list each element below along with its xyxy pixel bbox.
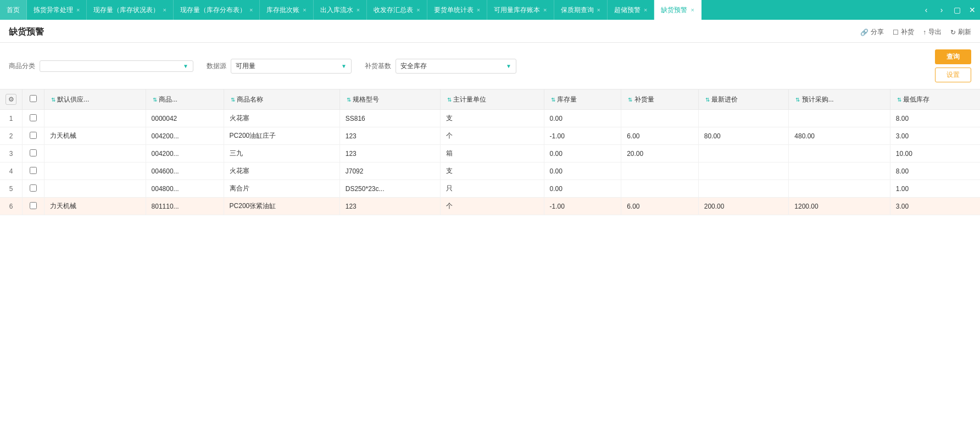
row-checkbox[interactable] <box>30 149 37 156</box>
row-index: 4 <box>0 163 23 180</box>
supplement-base-label: 补货基数 <box>365 61 391 71</box>
tab-close-expiry[interactable]: × <box>597 7 600 13</box>
tab-scroll-right[interactable]: › <box>934 0 949 20</box>
tab-stock-status[interactable]: 现存量（库存状况表） × <box>87 0 173 20</box>
tab-close-available[interactable]: × <box>543 7 547 13</box>
tab-restore[interactable]: ▢ <box>949 0 965 20</box>
tab-close-order-stat[interactable]: × <box>477 7 480 13</box>
tab-picking[interactable]: 拣货异常处理 × <box>27 0 87 20</box>
column-settings-icon[interactable]: ⚙ <box>5 94 16 105</box>
col-header-unit[interactable]: ⇅ 主计量单位 <box>441 89 544 110</box>
col-header-min-stock[interactable]: ⇅ 最低库存 <box>890 89 980 110</box>
row-checkbox-cell[interactable] <box>23 180 44 198</box>
cell-latest-price <box>698 110 789 127</box>
tab-close-shortage[interactable]: × <box>691 7 694 13</box>
filter-datasource-group: 数据源 可用量 ▼ <box>207 59 352 74</box>
col-header-estimated-purchase[interactable]: ⇅ 预计采购... <box>789 89 890 110</box>
cell-min-stock: 1.00 <box>890 180 980 198</box>
row-checkbox-cell[interactable] <box>23 110 44 127</box>
tab-close-recv-send[interactable]: × <box>416 7 420 13</box>
settings-button[interactable]: 设置 <box>935 68 971 82</box>
tab-scroll-left[interactable]: ‹ <box>918 0 934 20</box>
tab-inout-flow[interactable]: 出入库流水 × <box>314 0 367 20</box>
tab-close-overstock[interactable]: × <box>644 7 647 13</box>
table-row: 2 力天机械 004200... PC200油缸庄子 123 个 -1.00 6… <box>0 127 980 145</box>
row-checkbox[interactable] <box>30 167 37 174</box>
row-index: 6 <box>0 198 23 215</box>
tab-home[interactable]: 首页 <box>0 0 27 20</box>
col-header-latest-price[interactable]: ⇅ 最新进价 <box>698 89 789 110</box>
tab-overstock[interactable]: 超储预警 × <box>608 0 654 20</box>
tab-recv-send[interactable]: 收发存汇总表 × <box>367 0 427 20</box>
row-index: 2 <box>0 127 23 145</box>
cell-spec: 123 <box>339 145 440 163</box>
tab-shortage[interactable]: 缺货预警 × <box>654 0 701 20</box>
cell-latest-price <box>698 163 789 180</box>
row-checkbox[interactable] <box>30 132 37 139</box>
table-row: 1 0000042 火花塞 SS816 支 0.00 8.00 <box>0 110 980 127</box>
datasource-select[interactable]: 可用量 ▼ <box>231 59 352 74</box>
cell-supplier: 力天机械 <box>44 198 146 215</box>
tab-order-stat[interactable]: 要货单统计表 × <box>427 0 487 20</box>
estimated-purchase-sort-icon: ⇅ <box>795 97 800 103</box>
cell-product-code: 801110... <box>146 198 224 215</box>
cell-min-stock: 8.00 <box>890 110 980 127</box>
col-header-product-code[interactable]: ⇅ 商品... <box>146 89 224 110</box>
tab-close-inout-flow[interactable]: × <box>357 7 360 13</box>
tab-close-all[interactable]: ✕ <box>965 0 980 20</box>
share-button[interactable]: 🔗 分享 <box>860 27 884 37</box>
row-checkbox[interactable] <box>30 114 37 121</box>
cell-supplement-qty: 6.00 <box>621 127 699 145</box>
row-checkbox-cell[interactable] <box>23 198 44 215</box>
tab-stock-dist[interactable]: 现存量（库存分布表） × <box>174 0 260 20</box>
tab-close-picking[interactable]: × <box>76 7 80 13</box>
category-select[interactable]: ▼ <box>40 60 193 72</box>
row-checkbox-cell[interactable] <box>23 127 44 145</box>
cell-latest-price: 80.00 <box>698 127 789 145</box>
cell-unit: 个 <box>441 198 544 215</box>
select-all-checkbox[interactable] <box>30 95 37 102</box>
tab-close-stock-dist[interactable]: × <box>249 7 253 13</box>
col-header-spec[interactable]: ⇅ 规格型号 <box>339 89 440 110</box>
supplement-icon: ☐ <box>893 29 899 36</box>
export-button[interactable]: ↑ 导出 <box>923 27 942 37</box>
tab-expiry[interactable]: 保质期查询 × <box>554 0 608 20</box>
col-header-stock[interactable]: ⇅ 库存量 <box>544 89 621 110</box>
tab-close-batch[interactable]: × <box>303 7 306 13</box>
supplement-button[interactable]: ☐ 补货 <box>893 27 914 37</box>
col-header-supplement-qty[interactable]: ⇅ 补货量 <box>621 89 699 110</box>
supplement-base-value: 安全库存 <box>400 61 427 71</box>
cell-estimated-purchase <box>789 110 890 127</box>
cell-supplier <box>44 163 146 180</box>
col-header-product-name[interactable]: ⇅ 商品名称 <box>224 89 339 110</box>
cell-stock: -1.00 <box>544 127 621 145</box>
row-checkbox-cell[interactable] <box>23 145 44 163</box>
col-header-supplier[interactable]: ⇅ 默认供应... <box>44 89 146 110</box>
cell-unit: 只 <box>441 180 544 198</box>
tab-batch[interactable]: 库存批次账 × <box>260 0 313 20</box>
cell-latest-price <box>698 145 789 163</box>
query-button[interactable]: 查询 <box>935 49 971 64</box>
cell-supplement-qty <box>621 163 699 180</box>
cell-unit: 箱 <box>441 145 544 163</box>
table-body: 1 0000042 火花塞 SS816 支 0.00 8.00 2 力天机械 0… <box>0 110 980 215</box>
supplement-base-select[interactable]: 安全库存 ▼ <box>396 59 516 74</box>
datasource-value: 可用量 <box>236 61 255 71</box>
cell-product-name: 三九 <box>224 145 339 163</box>
cell-latest-price <box>698 180 789 198</box>
refresh-button[interactable]: ↻ 刷新 <box>950 27 971 37</box>
tab-available[interactable]: 可用量库存账本 × <box>487 0 554 20</box>
col-header-settings[interactable]: ⚙ <box>0 89 23 110</box>
cell-stock: -1.00 <box>544 198 621 215</box>
unit-sort-icon: ⇅ <box>447 97 452 103</box>
row-checkbox-cell[interactable] <box>23 163 44 180</box>
col-header-checkbox[interactable] <box>23 89 44 110</box>
filter-bar: 商品分类 ▼ 数据源 可用量 ▼ 补货基数 安全库存 ▼ 查询 设置 <box>0 43 980 89</box>
row-checkbox[interactable] <box>30 184 37 192</box>
datasource-arrow-icon: ▼ <box>341 63 347 69</box>
cell-estimated-purchase <box>789 163 890 180</box>
row-checkbox[interactable] <box>30 202 37 209</box>
cell-product-name: 离合片 <box>224 180 339 198</box>
cell-unit: 个 <box>441 127 544 145</box>
tab-close-stock-status[interactable]: × <box>163 7 166 13</box>
